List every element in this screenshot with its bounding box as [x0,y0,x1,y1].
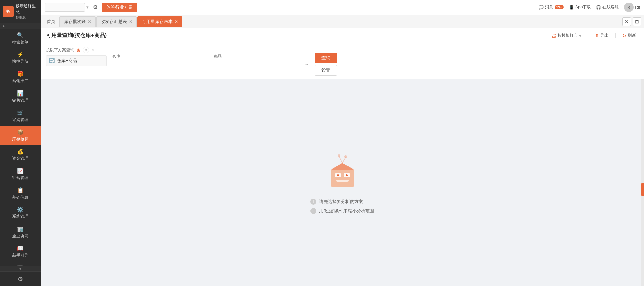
mobile-icon: 📱 [569,5,574,10]
avatar-initials: R [627,5,630,9]
svg-line-7 [339,156,342,163]
tab-available-close[interactable]: ✕ [175,20,178,24]
tab-summary-close[interactable]: ✕ [129,20,132,24]
warehouse-more-icon[interactable]: ··· [203,62,207,67]
scheme-icon: 🔄 [49,58,55,63]
sidebar-item-operation[interactable]: 📈 经营管理 [0,164,41,183]
tip-num-2: 2 [310,208,316,214]
collapse-filter-icon[interactable]: « [92,47,94,53]
tab-summary[interactable]: 收发存汇总表 ✕ [96,16,137,27]
close-tab-button[interactable]: ✕ [622,17,631,26]
sidebar-item-finance[interactable]: 💰 资金管理 [0,145,41,164]
tab-home[interactable]: 首页 [43,19,59,25]
sidebar: 畅 畅康通好生意 标准版 ▲ 🔍 搜索菜单 ⚡ 快捷导航 🎁 营销推广 📊 销售… [0,0,41,286]
goods-input-area: ··· [213,61,308,69]
book-icon: 📖 [17,245,24,252]
svg-marker-1 [331,163,354,170]
svg-rect-4 [336,180,349,182]
message-area[interactable]: 💬 消息 99+ [539,4,564,10]
scroll-up-area: ▲ [0,23,41,29]
box-icon: 📦 [17,129,24,135]
divider2 [615,33,616,38]
lightning-icon: ⚡ [17,51,24,58]
sidebar-logo: 畅 [3,6,14,17]
gift-icon: 🎁 [17,71,24,77]
svg-point-10 [344,155,347,158]
export-button[interactable]: ⬆ 导出 [592,31,611,40]
sidebar-item-inventory[interactable]: 📦 库存核算 [0,126,41,145]
sidebar-item-purchase[interactable]: 🛒 采购管理 [0,106,41,125]
search-input[interactable] [45,3,85,12]
page-actions: 🖨 按模板打印 ▾ ⬆ 导出 ↻ 刷新 [549,31,639,40]
filter-settings-button[interactable]: 设置 [315,65,337,76]
sidebar-item-search[interactable]: 🔍 搜索菜单 [0,29,41,48]
sidebar-item-basic[interactable]: 📋 基础信息 [0,184,41,203]
right-scrollbar[interactable] [641,79,644,286]
message-icon: 💬 [539,5,544,10]
content-area: 1 请先选择要分析的方案 2 用[过滤]条件来缩小分析范围 [41,79,644,286]
warehouse-label: 仓库 [112,54,207,59]
top-bar-search-area: ▾ [45,3,89,12]
tip-num-1: 1 [310,199,316,205]
expand-tab-button[interactable]: ⊡ [633,17,641,26]
svg-point-5 [337,174,339,176]
print-dropdown-icon[interactable]: ▾ [579,33,581,38]
sidebar-brand: 畅康通好生意 标准版 [16,3,38,20]
sidebar-item-appstore[interactable]: 🔲 应用中心 [0,261,41,266]
top-bar-right: 💬 消息 99+ 📱 App下载 🎧 在线客服 R Rit [539,3,640,12]
print-button[interactable]: 🖨 按模板打印 ▾ [549,31,584,40]
warehouse-input-area: ··· [112,61,207,69]
user-name[interactable]: Rit [635,5,640,10]
refresh-button[interactable]: ↻ 刷新 [620,31,639,40]
tab-available[interactable]: 可用量库存账本 ✕ [137,16,182,27]
add-scheme-btn[interactable]: ⊕ [76,47,81,53]
query-actions: 查询 设置 [315,53,337,76]
scheme-name: 仓库+商品 [57,58,77,64]
goods-field: 商品 ··· [213,54,308,69]
settings-footer-icon: ⚙ [18,275,23,283]
sidebar-item-marketing[interactable]: 🎁 营销推广 [0,67,41,86]
trial-button[interactable]: 体验行业方案 [102,3,137,12]
warehouse-input[interactable] [112,62,202,67]
list-icon: 📋 [17,187,24,193]
message-badge: 99+ [555,5,564,9]
svg-rect-0 [331,170,354,187]
export-icon: ⬆ [595,33,599,38]
sidebar-nav: 🔍 搜索菜单 ⚡ 快捷导航 🎁 营销推广 📊 销售管理 🛒 采购管理 📦 库存核… [0,29,41,266]
settings-scheme-btn[interactable]: ⚙ [83,47,89,53]
dropdown-icon[interactable]: ▾ [86,5,89,10]
scroll-down-area[interactable]: ▼ [0,266,41,271]
online-service-area[interactable]: 🎧 在线客服 [596,4,619,10]
sidebar-item-sales[interactable]: 📊 销售管理 [0,87,41,106]
top-bar: ▾ ⚙ 体验行业方案 💬 消息 99+ 📱 App下载 🎧 在线客服 R [41,0,644,15]
settings-icon[interactable]: ⚙ [92,3,99,12]
sidebar-item-guide[interactable]: 📖 新手引导 [0,242,41,261]
goods-label: 商品 [213,54,308,59]
query-button[interactable]: 查询 [315,53,337,63]
goods-more-icon[interactable]: ··· [305,62,308,67]
headset-icon: 🎧 [596,5,601,10]
sidebar-footer[interactable]: ⚙ [0,271,41,286]
sidebar-item-shortcut[interactable]: ⚡ 快捷导航 [0,48,41,67]
svg-point-9 [338,154,340,157]
main-content: ▾ ⚙ 体验行业方案 💬 消息 99+ 📱 App下载 🎧 在线客服 R [41,0,644,286]
user-area[interactable]: R Rit [624,3,640,12]
app-download-area[interactable]: 📱 App下载 [569,4,591,10]
tab-batch[interactable]: 库存批次账 ✕ [59,16,96,27]
goods-input[interactable] [213,62,303,67]
page-header: 可用量查询(按仓库+商品) 🖨 按模板打印 ▾ ⬆ 导出 ↻ 刷新 [41,28,644,43]
scroll-down-icon: ▼ [19,267,22,271]
sidebar-item-enterprise[interactable]: 🏢 企业协同 [0,223,41,242]
filter-area: 按以下方案查询 ⊕ ⚙ « 🔄 仓库+商品 仓库 ··· [41,43,644,79]
filter-scheme-item[interactable]: 🔄 仓库+商品 [46,55,107,66]
svg-point-6 [346,174,348,176]
search-icon: 🔍 [17,32,24,38]
tab-batch-close[interactable]: ✕ [88,20,91,24]
sidebar-item-system[interactable]: ⚙️ 系统管理 [0,203,41,222]
trend-icon: 📈 [17,167,24,174]
filter-scheme-area: 按以下方案查询 ⊕ ⚙ « 🔄 仓库+商品 [46,47,107,66]
scroll-up-icon[interactable]: ▲ [1,23,6,28]
cart-icon: 🛒 [17,109,24,116]
chart-icon: 📊 [17,90,24,97]
money-icon: 💰 [17,148,24,155]
